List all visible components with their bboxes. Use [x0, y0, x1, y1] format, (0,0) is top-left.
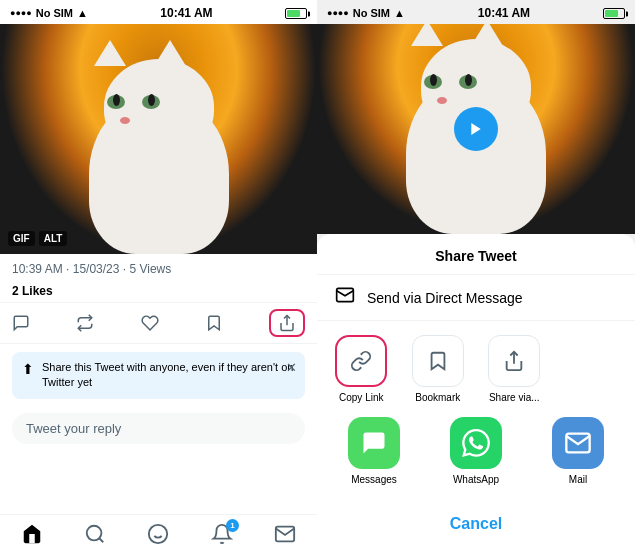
- time-left: 10:41 AM: [160, 6, 212, 20]
- alt-badge: ALT: [39, 231, 68, 246]
- bookmark-share-icon: [412, 335, 464, 387]
- nav-search[interactable]: [84, 523, 106, 550]
- messages-icon: [348, 417, 400, 469]
- share-sheet: Share Tweet Send via Direct Message Copy…: [317, 234, 635, 560]
- svg-point-1: [87, 526, 102, 541]
- share-via-item[interactable]: Share via...: [480, 335, 549, 403]
- copy-link-item[interactable]: Copy Link: [327, 335, 396, 403]
- bottom-nav: 1: [0, 514, 317, 560]
- mail-label: Mail: [569, 474, 587, 485]
- close-banner-button[interactable]: ✕: [286, 360, 297, 375]
- messages-item[interactable]: Messages: [327, 417, 421, 485]
- signal-icon: ●●●●: [10, 8, 32, 18]
- whatsapp-item[interactable]: WhatsApp: [429, 417, 523, 485]
- whatsapp-label: WhatsApp: [453, 474, 499, 485]
- status-bar-right: ●●●● No SIM ▲ 10:41 AM: [317, 0, 635, 24]
- reply-button[interactable]: [12, 314, 30, 332]
- apps-row: Messages WhatsApp Mail: [317, 411, 635, 495]
- tweet-image: GIF ALT: [0, 24, 317, 254]
- battery-icon-left: [285, 7, 307, 19]
- bookmark-button[interactable]: [205, 314, 223, 332]
- nav-home[interactable]: [21, 523, 43, 550]
- nav-mail[interactable]: [274, 523, 296, 550]
- nav-notifications[interactable]: 1: [211, 523, 233, 550]
- svg-point-3: [149, 525, 167, 543]
- cancel-button[interactable]: Cancel: [327, 501, 625, 547]
- reply-input[interactable]: Tweet your reply: [12, 413, 305, 444]
- share-button[interactable]: [269, 309, 305, 337]
- gif-badge: GIF: [8, 231, 35, 246]
- tweet-meta: 10:39 AM · 15/03/23 · 5 Views: [0, 254, 317, 280]
- left-panel: ●●●● No SIM ▲ 10:41 AM GIF ALT 10:39 AM …: [0, 0, 317, 560]
- share-title: Share Tweet: [317, 244, 635, 274]
- share-banner-text: Share this Tweet with anyone, even if th…: [42, 360, 295, 391]
- signal-icon-right: ●●●●: [327, 8, 349, 18]
- dm-icon: [335, 285, 355, 310]
- status-bar-left: ●●●● No SIM ▲ 10:41 AM: [0, 0, 317, 24]
- carrier-right: No SIM: [353, 7, 390, 19]
- messages-label: Messages: [351, 474, 397, 485]
- bookmark-item[interactable]: Bookmark: [404, 335, 473, 403]
- share-via-icon: [488, 335, 540, 387]
- battery-icon-right: [603, 7, 625, 19]
- copy-link-label: Copy Link: [339, 392, 383, 403]
- share-banner: ⬆ Share this Tweet with anyone, even if …: [12, 352, 305, 399]
- carrier-left: No SIM: [36, 7, 73, 19]
- wifi-icon-right: ▲: [394, 7, 405, 19]
- share-grid: Copy Link Bookmark Share via...: [317, 321, 635, 411]
- mail-icon: [552, 417, 604, 469]
- play-button[interactable]: [454, 107, 498, 151]
- bookmark-share-label: Bookmark: [415, 392, 460, 403]
- wifi-icon-left: ▲: [77, 7, 88, 19]
- tweet-likes: 2 Likes: [0, 280, 317, 302]
- send-dm-button[interactable]: Send via Direct Message: [317, 274, 635, 321]
- reply-placeholder: Tweet your reply: [26, 421, 121, 436]
- retweet-button[interactable]: [76, 314, 94, 332]
- image-badges: GIF ALT: [8, 231, 67, 246]
- svg-line-2: [99, 538, 103, 542]
- time-right: 10:41 AM: [478, 6, 530, 20]
- share-banner-icon: ⬆: [22, 361, 34, 377]
- whatsapp-icon: [450, 417, 502, 469]
- like-button[interactable]: [141, 314, 159, 332]
- right-panel: ●●●● No SIM ▲ 10:41 AM Share Tweet: [317, 0, 635, 560]
- share-via-label: Share via...: [489, 392, 540, 403]
- send-dm-label: Send via Direct Message: [367, 290, 523, 306]
- copy-link-icon: [335, 335, 387, 387]
- notification-badge: 1: [226, 519, 239, 532]
- nav-emoji[interactable]: [147, 523, 169, 550]
- svg-marker-6: [471, 123, 480, 135]
- tweet-actions: [0, 302, 317, 344]
- mail-item[interactable]: Mail: [531, 417, 625, 485]
- tweet-preview: [317, 24, 635, 234]
